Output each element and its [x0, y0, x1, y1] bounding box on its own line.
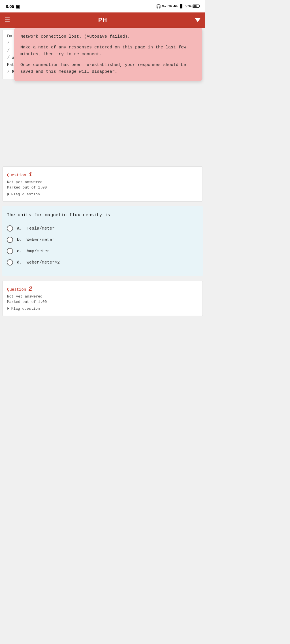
- question-1-number: 1: [29, 171, 32, 178]
- alert-line2: Make a note of any responses entered on …: [20, 44, 196, 58]
- option-c-label: c.: [17, 249, 23, 254]
- status-icons-area: 🎧 Vo LTE 4G ▐▌ 55%: [156, 4, 199, 8]
- question-1-text: The units for magnetic flux density is: [7, 212, 198, 219]
- flag-icon-1: ⚑: [7, 192, 9, 197]
- question-2-header: Question 2: [7, 286, 198, 293]
- battery-percent: 55%: [185, 4, 191, 8]
- sim-icon: ▣: [16, 4, 20, 9]
- option-b-text: Weber/meter: [27, 238, 55, 242]
- option-a[interactable]: a. Tesla/meter: [7, 225, 198, 232]
- option-c-text: Amp/meter: [27, 249, 50, 254]
- option-c[interactable]: c. Amp/meter: [7, 248, 198, 254]
- headphone-icon: 🎧: [156, 4, 161, 8]
- question-1-marked: Marked out of 1.00: [7, 185, 198, 190]
- network-type: 4G: [173, 5, 178, 8]
- radio-d[interactable]: [7, 259, 13, 266]
- battery-icon: [193, 5, 199, 8]
- status-time-area: 8:05 ▣: [6, 4, 20, 9]
- option-b[interactable]: b. Weber/meter: [7, 237, 198, 243]
- breadcrumb-slash-3: /: [7, 55, 10, 60]
- radio-c[interactable]: [7, 248, 13, 254]
- option-d-text: Weber/meter^2: [27, 260, 60, 265]
- network-alert-popup: Network connection lost. (Autosave faile…: [14, 28, 202, 81]
- signal-strength: Vo LTE: [162, 5, 172, 8]
- flag-question-2-button[interactable]: ⚑ Flag question: [7, 306, 198, 311]
- option-d-label: d.: [17, 260, 23, 265]
- question-1-card: Question 1 Not yet answered Marked out o…: [2, 166, 203, 202]
- radio-b[interactable]: [7, 237, 13, 243]
- nav-title: PH: [98, 16, 107, 24]
- alert-line3: Once connection has been re-established,…: [20, 62, 196, 75]
- option-b-label: b.: [17, 238, 23, 242]
- radio-a[interactable]: [7, 225, 13, 232]
- signal-bars: ▐▌: [179, 4, 184, 8]
- question-1-header: Question 1: [7, 171, 198, 178]
- question-1-status: Not yet answered: [7, 180, 198, 184]
- question-2-marked: Marked out of 1.00: [7, 300, 198, 304]
- main-content: Question 1 Not yet answered Marked out o…: [0, 82, 205, 323]
- dropdown-arrow-icon[interactable]: [195, 18, 201, 22]
- option-a-text: Tesla/meter: [27, 226, 55, 231]
- question-2-label: Question: [7, 287, 29, 292]
- question-2-number: 2: [29, 286, 32, 293]
- top-nav: ☰ PH: [0, 12, 205, 28]
- hamburger-menu-icon[interactable]: ☰: [5, 16, 10, 24]
- option-a-label: a.: [17, 226, 23, 231]
- option-d[interactable]: d. Weber/meter^2: [7, 259, 198, 266]
- flag-question-2-label: Flag question: [11, 307, 40, 311]
- question-1-body: The units for magnetic flux density is a…: [2, 206, 203, 276]
- flag-icon-2: ⚑: [7, 306, 9, 311]
- breadcrumb-slash-exam: /: [7, 69, 10, 74]
- breadcrumb-slash-2: /: [7, 48, 10, 53]
- question-1-label: Question: [7, 173, 29, 177]
- breadcrumb-slash-1: /: [7, 40, 10, 46]
- question-2-card: Question 2 Not yet answered Marked out o…: [2, 281, 203, 316]
- flag-question-1-button[interactable]: ⚑ Flag question: [7, 192, 198, 197]
- flag-question-1-label: Flag question: [11, 192, 40, 196]
- time-display: 8:05: [6, 4, 14, 9]
- question-2-status: Not yet answered: [7, 294, 198, 299]
- status-bar: 8:05 ▣ 🎧 Vo LTE 4G ▐▌ 55%: [0, 0, 205, 12]
- alert-line1: Network connection lost. (Autosave faile…: [20, 33, 196, 40]
